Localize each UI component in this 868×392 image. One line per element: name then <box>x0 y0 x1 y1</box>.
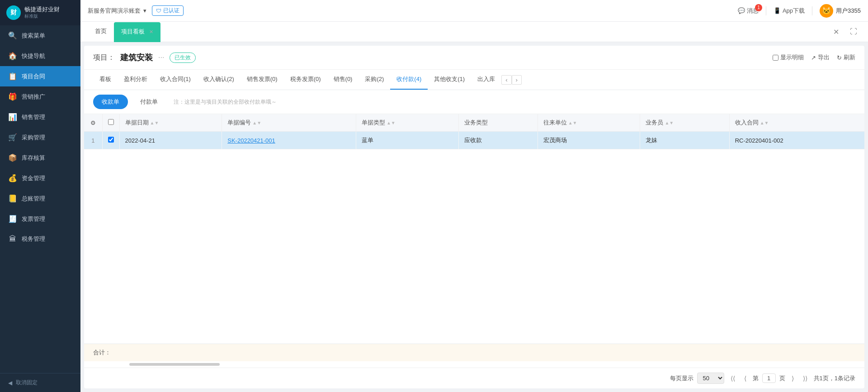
project-contract-icon: 📋 <box>8 72 17 81</box>
sidebar-footer[interactable]: ◀ 取消固定 <box>0 373 80 392</box>
sidebar-item-sales-mgmt[interactable]: 📊 销售管理 <box>0 107 80 127</box>
message-badge: 1 <box>755 4 762 11</box>
subtab-0[interactable]: 看板 <box>93 70 118 90</box>
table-footer: 合计： <box>84 344 864 361</box>
ledger-mgmt-icon: 📒 <box>8 194 17 203</box>
subtab-7[interactable]: 采购(2) <box>359 70 390 90</box>
inner-tab-receive[interactable]: 收款单 <box>93 95 128 109</box>
close-window-button[interactable]: ✕ <box>830 26 843 38</box>
app-download-button[interactable]: 📱 App下载 <box>774 7 805 15</box>
th-salesperson[interactable]: 业务员▲▼ <box>640 114 729 132</box>
sidebar-item-project-contract[interactable]: 📋 项目合同 <box>0 66 80 86</box>
sidebar-item-label: 项目合同 <box>22 72 45 81</box>
page-suffix: 页 <box>779 374 785 382</box>
next-page-button[interactable]: ⟩ <box>789 374 797 383</box>
subtab-nav-right[interactable]: › <box>512 75 522 85</box>
row-checkbox[interactable] <box>102 132 119 149</box>
tax-mgmt-icon: 🏛 <box>8 235 17 243</box>
sidebar-item-quick-nav[interactable]: 🏠 快捷导航 <box>0 46 80 66</box>
project-title: 建筑安装 <box>120 52 153 63</box>
row-number-link[interactable]: SK-20220421-001 <box>227 137 275 144</box>
maximize-button[interactable]: ⛶ <box>846 26 861 38</box>
user-menu[interactable]: 🐱 用户3355 <box>820 4 861 18</box>
th-biz-type: 业务类型 <box>458 114 538 132</box>
app-subtitle: 标准版 <box>24 13 60 19</box>
row-select[interactable] <box>108 137 114 143</box>
subtab-8[interactable]: 收付款(4) <box>390 70 428 90</box>
subtab-1[interactable]: 盈利分析 <box>118 70 154 90</box>
sidebar-item-ledger-mgmt[interactable]: 📒 总账管理 <box>0 188 80 209</box>
sidebar-item-inventory[interactable]: 📦 库存核算 <box>0 148 80 168</box>
show-detail-checkbox[interactable]: 显示明细 <box>773 53 804 62</box>
phone-icon: 📱 <box>774 7 781 14</box>
purchase-mgmt-icon: 🛒 <box>8 133 17 142</box>
table-header-row: ⚙ 单据日期▲▼ 单据编号▲▼ 单据类型▲▼ 业务类型 往来单位▲▼ 业务员▲▼… <box>84 114 864 132</box>
th-type-label: 单据类型 <box>362 119 385 127</box>
th-type[interactable]: 单据类型▲▼ <box>356 114 458 132</box>
export-icon: ↗ <box>811 54 816 61</box>
project-menu-button[interactable]: ··· <box>158 53 164 62</box>
topbar-divider2 <box>812 6 812 15</box>
message-icon: 💬 <box>738 7 745 14</box>
account-selector[interactable]: 新服务官网演示账套 ▾ <box>88 7 146 15</box>
subtab-2[interactable]: 收入合同(1) <box>154 70 197 90</box>
app-logo: 财 <box>6 5 21 20</box>
th-number[interactable]: 单据编号▲▼ <box>222 114 356 132</box>
last-page-button[interactable]: ⟩⟩ <box>800 374 810 383</box>
inner-tab-payment[interactable]: 付款单 <box>132 95 166 109</box>
th-contract[interactable]: 收入合同▲▼ <box>729 114 864 132</box>
th-partner[interactable]: 往来单位▲▼ <box>538 114 640 132</box>
shield-icon: 🛡 <box>156 8 161 14</box>
page-size-select[interactable]: 50 10 20 100 <box>697 373 724 384</box>
main-area: 新服务官网演示账套 ▾ 🛡 已认证 💬 消息 1 📱 App下载 🐱 用户335… <box>80 0 868 392</box>
project-label: 项目： <box>93 53 115 62</box>
th-settings[interactable]: ⚙ <box>84 114 102 132</box>
sidebar-item-label: 税务管理 <box>22 235 45 243</box>
row-type: 蓝单 <box>356 132 458 149</box>
sidebar-item-search[interactable]: 🔍 搜索菜单 <box>0 25 80 46</box>
subtab-6[interactable]: 销售(0) <box>327 70 359 90</box>
th-salesperson-label: 业务员 <box>646 119 663 127</box>
sidebar-item-purchase-mgmt[interactable]: 🛒 采购管理 <box>0 127 80 148</box>
invoice-mgmt-icon: 🧾 <box>8 215 17 223</box>
tab-project-label: 项目看板 <box>121 28 145 35</box>
show-detail-input[interactable] <box>773 55 778 61</box>
project-status-badge: 已生效 <box>170 53 196 63</box>
sidebar-item-invoice-mgmt[interactable]: 🧾 发票管理 <box>0 209 80 229</box>
data-table: ⚙ 单据日期▲▼ 单据编号▲▼ 单据类型▲▼ 业务类型 往来单位▲▼ 业务员▲▼… <box>84 114 864 149</box>
th-date-label: 单据日期 <box>125 119 149 127</box>
project-header: 项目： 建筑安装 ··· 已生效 显示明细 ↗ 导出 ↻ 刷新 <box>84 46 864 70</box>
current-page[interactable]: 1 <box>762 373 776 383</box>
subtab-9[interactable]: 其他收支(1) <box>428 70 471 90</box>
tab-project-board[interactable]: 项目看板 ✕ <box>114 22 160 42</box>
prev-page-button[interactable]: ⟨ <box>741 374 749 383</box>
horizontal-scrollbar[interactable] <box>129 363 220 366</box>
sort-icon-salesperson: ▲▼ <box>665 121 674 124</box>
select-all-checkbox[interactable] <box>108 119 114 125</box>
refresh-label: 刷新 <box>844 53 855 62</box>
subtab-nav-left[interactable]: ‹ <box>501 75 511 85</box>
export-button[interactable]: ↗ 导出 <box>811 53 830 62</box>
subtab-4[interactable]: 销售发票(0) <box>241 70 284 90</box>
refresh-button[interactable]: ↻ 刷新 <box>837 53 855 62</box>
th-date[interactable]: 单据日期▲▼ <box>119 114 222 132</box>
subtab-3[interactable]: 收入确认(2) <box>197 70 241 90</box>
first-page-button[interactable]: ⟨⟨ <box>728 374 738 383</box>
sidebar-item-tax-mgmt[interactable]: 🏛 税务管理 <box>0 229 80 249</box>
row-number[interactable]: SK-20220421-001 <box>222 132 356 149</box>
message-button[interactable]: 💬 消息 1 <box>738 7 759 15</box>
account-name: 新服务官网演示账套 <box>88 7 141 15</box>
sidebar-item-finance-mgmt[interactable]: 💰 资金管理 <box>0 168 80 188</box>
sidebar-header: 财 畅捷通好业财 标准版 <box>0 0 80 25</box>
inner-tab-note: 注：这里是与项目关联的全部收付款单哦～ <box>174 98 277 106</box>
subtab-10[interactable]: 出入库 <box>471 70 501 90</box>
row-biz-type: 应收款 <box>458 132 538 149</box>
table-row[interactable]: 1 2022-04-21 SK-20220421-001 蓝单 应收款 宏茂商场… <box>84 132 864 149</box>
sidebar-item-marketing[interactable]: 🎁 营销推广 <box>0 86 80 107</box>
subtab-5[interactable]: 税务发票(0) <box>284 70 327 90</box>
tab-close-icon[interactable]: ✕ <box>149 29 153 34</box>
th-checkbox[interactable] <box>102 114 119 132</box>
subtabs: 看板盈利分析收入合同(1)收入确认(2)销售发票(0)税务发票(0)销售(0)采… <box>84 70 864 90</box>
tab-home[interactable]: 首页 <box>88 22 114 42</box>
page-word: 第 <box>753 374 759 382</box>
